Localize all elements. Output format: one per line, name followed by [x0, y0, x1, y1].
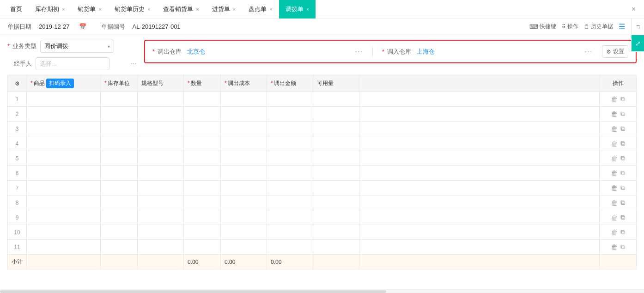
warehouse-out-more-btn[interactable]: ···: [355, 47, 363, 56]
sidebar-expand-icon[interactable]: ⤢: [632, 35, 644, 52]
close-sales-history[interactable]: ×: [147, 6, 150, 12]
amount-cell-1[interactable]: [267, 92, 313, 107]
th-gear[interactable]: ⚙: [8, 75, 27, 92]
unit-cell-8[interactable]: [101, 195, 138, 210]
amount-cell-11[interactable]: [267, 240, 313, 255]
close-purchase[interactable]: ×: [233, 6, 236, 12]
delete-icon[interactable]: 🗑: [611, 140, 618, 147]
qty-cell-6[interactable]: [184, 166, 221, 181]
delete-icon[interactable]: 🗑: [611, 184, 618, 192]
cost-cell-6[interactable]: [221, 166, 267, 181]
product-cell-9[interactable]: [27, 210, 101, 225]
qty-cell-4[interactable]: [184, 136, 221, 151]
operations-btn[interactable]: ⠿ 操作: [562, 23, 578, 31]
delete-icon[interactable]: 🗑: [611, 155, 618, 162]
close-stocktake[interactable]: ×: [269, 6, 272, 12]
spec-cell-5[interactable]: [138, 151, 184, 166]
copy-icon[interactable]: ⧉: [620, 243, 625, 251]
delete-icon[interactable]: 🗑: [611, 214, 618, 221]
tab-sales-order[interactable]: 销货单 ×: [71, 0, 108, 18]
amount-cell-5[interactable]: [267, 151, 313, 166]
cost-cell-10[interactable]: [221, 225, 267, 240]
unit-cell-9[interactable]: [101, 210, 138, 225]
tab-stocktake[interactable]: 盘点单 ×: [242, 0, 279, 18]
product-cell-11[interactable]: [27, 240, 101, 255]
delete-icon[interactable]: 🗑: [611, 96, 618, 103]
cost-cell-1[interactable]: [221, 92, 267, 107]
spec-cell-10[interactable]: [138, 225, 184, 240]
copy-icon[interactable]: ⧉: [620, 125, 625, 133]
cost-cell-9[interactable]: [221, 210, 267, 225]
spec-cell-11[interactable]: [138, 240, 184, 255]
qty-cell-11[interactable]: [184, 240, 221, 255]
spec-cell-7[interactable]: [138, 181, 184, 195]
unit-cell-11[interactable]: [101, 240, 138, 255]
spec-cell-4[interactable]: [138, 136, 184, 151]
delete-icon[interactable]: 🗑: [611, 110, 618, 118]
cost-cell-5[interactable]: [221, 151, 267, 166]
tab-view-sales[interactable]: 查看销货单 ×: [157, 0, 205, 18]
spec-cell-6[interactable]: [138, 166, 184, 181]
cost-cell-2[interactable]: [221, 107, 267, 122]
close-all-tabs[interactable]: ×: [627, 5, 640, 13]
unit-cell-4[interactable]: [101, 136, 138, 151]
product-cell-6[interactable]: [27, 166, 101, 181]
delete-icon[interactable]: 🗑: [611, 125, 618, 133]
settings-button[interactable]: ⚙ 设置: [602, 45, 628, 58]
amount-cell-8[interactable]: [267, 195, 313, 210]
amount-cell-10[interactable]: [267, 225, 313, 240]
unit-cell-3[interactable]: [101, 122, 138, 136]
amount-cell-4[interactable]: [267, 136, 313, 151]
tab-home[interactable]: 首页: [4, 0, 29, 18]
product-cell-10[interactable]: [27, 225, 101, 240]
tab-inventory-init[interactable]: 库存期初 ×: [29, 0, 71, 18]
handler-select[interactable]: 选择...: [36, 57, 109, 70]
close-sales-order[interactable]: ×: [98, 6, 101, 12]
qty-cell-2[interactable]: [184, 107, 221, 122]
business-type-select[interactable]: 同价调拨 ▾: [40, 40, 114, 53]
qty-cell-3[interactable]: [184, 122, 221, 136]
amount-cell-6[interactable]: [267, 166, 313, 181]
delete-icon[interactable]: 🗑: [611, 229, 618, 236]
scrollbar-thumb[interactable]: [0, 290, 386, 293]
scan-btn[interactable]: 扫码录入: [46, 79, 74, 88]
unit-cell-1[interactable]: [101, 92, 138, 107]
horizontal-scrollbar[interactable]: [0, 289, 644, 293]
spec-cell-1[interactable]: [138, 92, 184, 107]
calendar-icon[interactable]: 📅: [79, 23, 86, 30]
cost-cell-7[interactable]: [221, 181, 267, 195]
product-cell-4[interactable]: [27, 136, 101, 151]
product-cell-1[interactable]: [27, 92, 101, 107]
qty-cell-9[interactable]: [184, 210, 221, 225]
handler-more-btn[interactable]: ···: [131, 60, 137, 68]
cost-cell-11[interactable]: [221, 240, 267, 255]
cost-cell-4[interactable]: [221, 136, 267, 151]
warehouse-in-more-btn[interactable]: ···: [584, 47, 593, 56]
unit-cell-10[interactable]: [101, 225, 138, 240]
copy-icon[interactable]: ⧉: [620, 184, 625, 192]
tab-transfer[interactable]: 调拨单 ×: [279, 0, 316, 18]
sidebar-list-icon[interactable]: ≡: [632, 18, 644, 35]
shortcuts-btn[interactable]: ⌨ 快捷键: [529, 23, 556, 31]
copy-icon[interactable]: ⧉: [620, 169, 625, 177]
unit-cell-6[interactable]: [101, 166, 138, 181]
cost-cell-8[interactable]: [221, 195, 267, 210]
copy-icon[interactable]: ⧉: [620, 110, 625, 118]
layout-btn-1[interactable]: ☰: [619, 22, 625, 31]
copy-icon[interactable]: ⧉: [620, 154, 625, 162]
delete-icon[interactable]: 🗑: [611, 199, 618, 207]
spec-cell-8[interactable]: [138, 195, 184, 210]
tab-purchase[interactable]: 进货单 ×: [206, 0, 242, 18]
close-transfer[interactable]: ×: [306, 6, 309, 12]
close-view-sales[interactable]: ×: [196, 6, 199, 12]
product-cell-3[interactable]: [27, 122, 101, 136]
qty-cell-1[interactable]: [184, 92, 221, 107]
delete-icon[interactable]: 🗑: [611, 170, 618, 177]
unit-cell-2[interactable]: [101, 107, 138, 122]
history-btn[interactable]: 🗒 历史单据: [584, 23, 613, 31]
product-cell-2[interactable]: [27, 107, 101, 122]
qty-cell-7[interactable]: [184, 181, 221, 195]
spec-cell-3[interactable]: [138, 122, 184, 136]
spec-cell-2[interactable]: [138, 107, 184, 122]
cost-cell-3[interactable]: [221, 122, 267, 136]
